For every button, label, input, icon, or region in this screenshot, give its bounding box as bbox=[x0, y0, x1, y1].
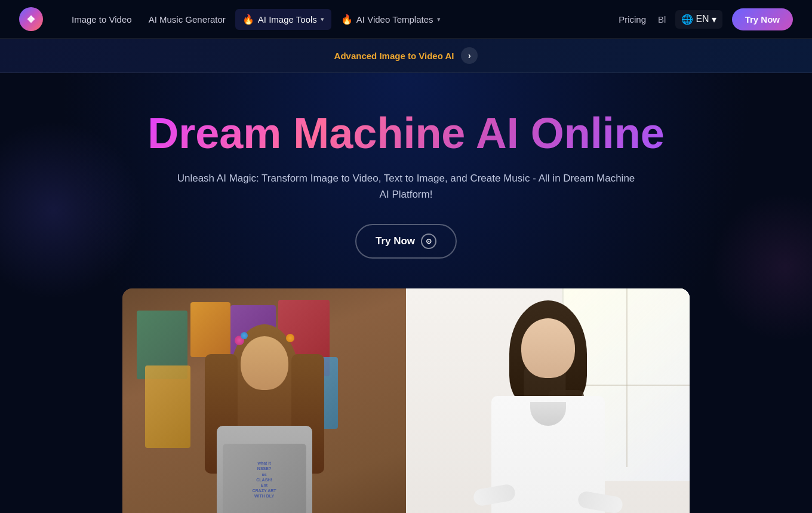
showcase-left-panel: what itNSSE?usCLASH!EntCRAZY ARTWITH DLY bbox=[122, 288, 406, 513]
blob-decoration-1 bbox=[0, 121, 143, 300]
hero-cta-button[interactable]: Try Now ⊙ bbox=[355, 224, 457, 259]
girl-figure: what itNSSE?usCLASH!EntCRAZY ARTWITH DLY bbox=[187, 324, 342, 513]
ai-video-templates-label: AI Video Templates bbox=[356, 14, 433, 24]
chevron-down-lang: ▾ bbox=[712, 14, 716, 25]
chevron-down-icon: ▾ bbox=[321, 16, 324, 23]
nav-ai-video-templates[interactable]: 🔥 AI Video Templates ▾ bbox=[334, 9, 448, 30]
nav-pricing[interactable]: Pricing bbox=[616, 10, 648, 29]
nav-image-to-video[interactable]: Image to Video bbox=[64, 10, 139, 29]
arrow-icon: › bbox=[468, 51, 471, 60]
nav-right: Pricing Bl 🌐 EN ▾ Try Now bbox=[616, 8, 793, 30]
navbar: Image to Video AI Music Generator 🔥 AI I… bbox=[0, 0, 812, 39]
globe-icon: 🌐 bbox=[681, 14, 693, 25]
hero-cta-label: Try Now bbox=[376, 235, 415, 247]
nav-ai-image-tools[interactable]: 🔥 AI Image Tools ▾ bbox=[235, 9, 331, 30]
language-label: EN bbox=[696, 14, 709, 24]
woman-figure bbox=[459, 294, 638, 513]
cta-arrow-icon: ⊙ bbox=[421, 234, 436, 249]
hero-subtitle: Unleash AI Magic: Transform Image to Vid… bbox=[173, 170, 639, 202]
announcement-arrow-button[interactable]: › bbox=[461, 47, 478, 64]
fire-icon-video: 🔥 bbox=[341, 14, 353, 25]
chevron-down-icon-video: ▾ bbox=[437, 16, 441, 23]
blob-decoration-2 bbox=[710, 192, 812, 342]
image-showcase: what itNSSE?usCLASH!EntCRAZY ARTWITH DLY bbox=[122, 288, 690, 513]
poster-6 bbox=[145, 365, 190, 448]
announcement-text: Advanced Image to Video AI bbox=[334, 51, 454, 61]
language-selector[interactable]: 🌐 EN ▾ bbox=[675, 10, 722, 29]
nav-links: Image to Video AI Music Generator 🔥 AI I… bbox=[64, 9, 448, 30]
fire-icon-image: 🔥 bbox=[242, 14, 254, 25]
try-now-button-nav[interactable]: Try Now bbox=[732, 8, 793, 30]
hero-section: Dream Machine AI Online Unleash AI Magic… bbox=[0, 73, 812, 513]
ai-image-tools-label: AI Image Tools bbox=[258, 14, 317, 24]
hero-title: Dream Machine AI Online bbox=[147, 109, 665, 158]
logo[interactable] bbox=[19, 7, 43, 31]
nav-ai-music-generator[interactable]: AI Music Generator bbox=[142, 10, 233, 29]
showcase-right-panel bbox=[406, 288, 690, 513]
nav-left: Image to Video AI Music Generator 🔥 AI I… bbox=[19, 7, 448, 31]
announcement-bar: Advanced Image to Video AI › bbox=[0, 39, 812, 73]
nav-blog-partial[interactable]: Bl bbox=[658, 14, 666, 24]
